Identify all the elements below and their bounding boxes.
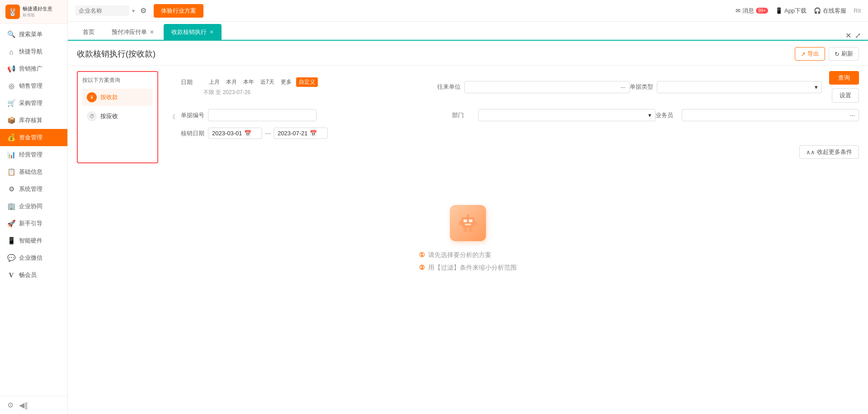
filter-option-receivable-label: 按应收 xyxy=(100,112,118,120)
sidebar-item-inventory[interactable]: 📦 库存核算 xyxy=(0,112,67,129)
brand-name-input[interactable] xyxy=(75,5,129,16)
docnumber-label: 单据编号 xyxy=(181,111,204,119)
sidebar-label-wechat: 企业微信 xyxy=(19,254,42,262)
sidebar-label-marketing: 营销推广 xyxy=(19,65,42,73)
basic-info-icon: 📋 xyxy=(7,168,15,176)
quick-nav-icon: ⌂ xyxy=(7,48,15,56)
receivable-icon: ⏱ xyxy=(87,111,97,121)
docnumber-input[interactable] xyxy=(208,109,316,121)
sidebar-bottom: ⚙ ◀‖ xyxy=(0,396,67,414)
user-name: Rit xyxy=(854,7,861,14)
settings-gear-icon[interactable]: ⚙ xyxy=(140,6,146,15)
counterpart-select[interactable]: ··· xyxy=(464,81,629,93)
online-service-item[interactable]: 🎧 在线客服 xyxy=(814,7,846,15)
expand-tab-icon[interactable]: ⤢ xyxy=(855,31,861,40)
app-download-item[interactable]: 📱 App下载 xyxy=(775,7,807,15)
writeoff-date-filter-item: 核销日期 2023-03-01 📅 — 2023-07-21 📅 xyxy=(181,128,859,139)
sidebar-item-purchase[interactable]: 🛒 采购管理 xyxy=(0,95,67,112)
tab-writeoff-close-icon[interactable]: ✕ xyxy=(209,29,214,35)
doctype-label: 单据类型 xyxy=(630,83,653,91)
page-wrapper: 收款核销执行(按收款) ↗ 导出 ↻ 刷新 按以下方案查询 xyxy=(68,41,868,414)
page-actions: ↗ 导出 ↻ 刷新 xyxy=(795,47,859,61)
sidebar-item-finance[interactable]: 💰 资金管理 xyxy=(0,129,67,146)
sidebar-label-operation: 经营管理 xyxy=(19,151,42,159)
sidebar: 🐰 畅捷通好生意 标准版 🔍 搜索菜单 ⌂ 快捷导航 📢 营销推广 ◎ 销售管理… xyxy=(0,0,68,414)
salesman-select[interactable]: ··· xyxy=(682,109,859,121)
sidebar-item-wechat[interactable]: 💬 企业微信 xyxy=(0,249,67,266)
tab-home-label: 首页 xyxy=(83,28,94,36)
sidebar-item-guide[interactable]: 🚀 新手引导 xyxy=(0,215,67,232)
message-label: 消息 xyxy=(742,7,754,15)
sidebar-label-purchase: 采购管理 xyxy=(19,99,42,107)
close-all-tabs-icon[interactable]: ✕ xyxy=(845,31,851,40)
filter-area: 按以下方案查询 ¥ 按收款 ⏱ 按应收 《 xyxy=(68,66,868,169)
date-shortcut-7days[interactable]: 近7天 xyxy=(259,77,276,87)
system-icon: ⚙ xyxy=(7,185,15,193)
svg-rect-7 xyxy=(463,227,467,232)
topbar: ▾ ⚙ 体验行业方案 ✉ 消息 99+ 📱 App下载 🎧 在线客服 Rit xyxy=(68,0,868,22)
tabbar-actions: ✕ ⤢ xyxy=(845,31,861,40)
sidebar-item-operation[interactable]: 📊 经营管理 xyxy=(0,146,67,163)
sidebar-item-quick-nav[interactable]: ⌂ 快捷导航 xyxy=(0,43,67,60)
empty-hint: ① 请先选择要分析的方案 ② 用【过滤】条件来缩小分析范围 xyxy=(419,248,517,274)
sidebar-item-member[interactable]: V 畅会员 xyxy=(0,266,67,284)
date-filter-item: 日期 上月 本月 本年 近7天 更多 自定义 xyxy=(181,77,437,96)
tab-home[interactable]: 首页 xyxy=(75,24,102,40)
writeoff-start-input[interactable]: 2023-03-01 📅 xyxy=(208,128,262,139)
date-shortcut-this-month[interactable]: 本月 xyxy=(224,77,239,87)
content-area: 收款核销执行(按收款) ↗ 导出 ↻ 刷新 按以下方案查询 xyxy=(68,41,868,414)
app-download-icon: 📱 xyxy=(775,7,783,14)
department-filter-item: 部门 ▾ xyxy=(452,109,656,121)
app-name: 畅捷通好生意 xyxy=(23,5,52,12)
brand-chevron-icon[interactable]: ▾ xyxy=(132,8,135,14)
date-shortcut-last-month[interactable]: 上月 xyxy=(207,77,222,87)
sidebar-item-system[interactable]: ⚙ 系统管理 xyxy=(0,181,67,198)
svg-rect-6 xyxy=(475,221,477,225)
sidebar-item-marketing[interactable]: 📢 营销推广 xyxy=(0,60,67,77)
panel-collapse-icon: 《 xyxy=(169,113,175,121)
settings-icon[interactable]: ⚙ xyxy=(7,401,14,409)
date-shortcut-this-year[interactable]: 本年 xyxy=(241,77,256,87)
filter-option-by-receipt[interactable]: ¥ 按收款 xyxy=(82,89,153,106)
tab-prepay-label: 预付冲应付单 xyxy=(112,28,147,36)
panel-title: 按以下方案查询 xyxy=(82,76,153,84)
department-chevron: ▾ xyxy=(648,112,651,119)
sidebar-label-member: 畅会员 xyxy=(19,271,37,279)
doctype-select[interactable]: ▾ xyxy=(657,81,822,93)
writeoff-end-input[interactable]: 2023-07-21 📅 xyxy=(274,128,328,139)
tab-prepay-close-icon[interactable]: ✕ xyxy=(150,29,154,35)
sidebar-item-smart-hw[interactable]: 📱 智能硬件 xyxy=(0,232,67,249)
sidebar-item-sales[interactable]: ◎ 销售管理 xyxy=(0,77,67,95)
setting-button[interactable]: 设置 xyxy=(832,88,859,103)
svg-rect-5 xyxy=(459,221,461,225)
topbar-right: ✉ 消息 99+ 📱 App下载 🎧 在线客服 Rit xyxy=(736,7,861,15)
sidebar-item-enterprise[interactable]: 🏢 企业协同 xyxy=(0,198,67,215)
sidebar-label-guide: 新手引导 xyxy=(19,219,42,228)
department-select[interactable]: ▾ xyxy=(478,109,656,121)
refresh-button[interactable]: ↻ 刷新 xyxy=(829,47,859,61)
sidebar-item-basic-info[interactable]: 📋 基础信息 xyxy=(0,163,67,181)
collapse-more-label: 收起更多条件 xyxy=(817,148,852,156)
collapse-more-button[interactable]: ∧∧ 收起更多条件 xyxy=(799,145,859,159)
member-icon: V xyxy=(7,271,15,279)
wechat-icon: 💬 xyxy=(7,254,15,262)
industry-solution-button[interactable]: 体验行业方案 xyxy=(154,4,203,18)
filter-row-2: 单据编号 部门 ▾ 业务员 xyxy=(181,109,859,121)
filter-option-by-receivable[interactable]: ⏱ 按应收 xyxy=(82,108,153,125)
panel-collapse-button[interactable]: 《 xyxy=(167,71,177,163)
date-shortcut-more[interactable]: 更多 xyxy=(279,77,293,87)
date-shortcut-custom[interactable]: 自定义 xyxy=(296,77,318,87)
message-item[interactable]: ✉ 消息 99+ xyxy=(736,7,768,15)
query-button[interactable]: 查询 xyxy=(829,71,859,85)
sidebar-item-search-menu[interactable]: 🔍 搜索菜单 xyxy=(0,26,67,43)
tab-writeoff[interactable]: 收款核销执行 ✕ xyxy=(164,24,222,40)
sidebar-label-smart-hw: 智能硬件 xyxy=(19,237,42,245)
collapse-sidebar-icon[interactable]: ◀‖ xyxy=(19,401,28,409)
smart-hw-icon: 📱 xyxy=(7,237,15,245)
counterpart-label: 往来单位 xyxy=(437,83,461,91)
filter-option-receipt-label: 按收款 xyxy=(100,93,118,101)
collapse-more-icon: ∧∧ xyxy=(806,149,815,156)
tab-prepay[interactable]: 预付冲应付单 ✕ xyxy=(104,24,162,40)
export-button[interactable]: ↗ 导出 xyxy=(795,47,825,61)
doctype-chevron: ▾ xyxy=(815,84,818,90)
